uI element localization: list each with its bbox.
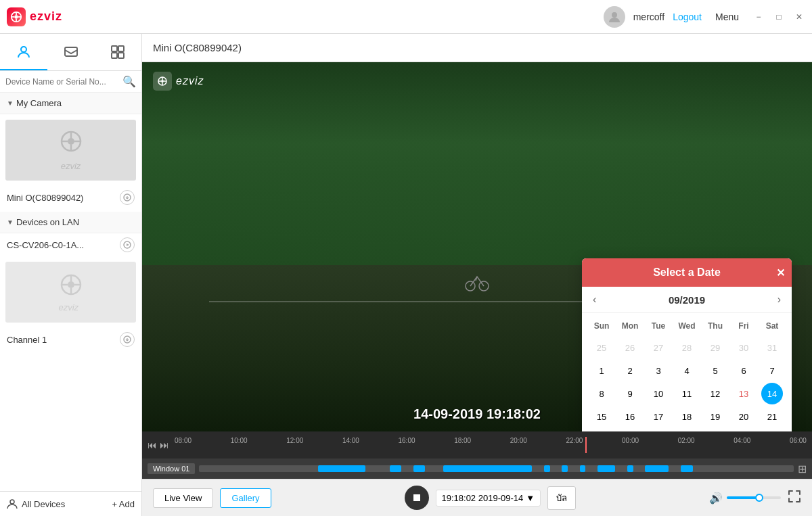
video-logo-text: ezviz — [176, 75, 204, 87]
svg-rect-10 — [118, 46, 124, 51]
svg-point-33 — [161, 80, 164, 83]
calendar-day[interactable]: 31 — [761, 337, 783, 358]
restore-button[interactable]: □ — [773, 11, 785, 23]
video-timestamp: 14-09-2019 19:18:02 — [413, 406, 541, 422]
calendar-day[interactable]: 5 — [704, 360, 726, 381]
calendar-day[interactable]: 26 — [619, 337, 641, 358]
tab-messages[interactable] — [47, 34, 95, 70]
channel-download-button[interactable] — [120, 332, 135, 347]
timeline-time-label: 08:00 — [175, 437, 191, 444]
calendar-day[interactable]: 11 — [676, 383, 698, 404]
calendar-day[interactable]: 30 — [733, 337, 754, 358]
calendar-close-button[interactable]: ✕ — [776, 266, 785, 279]
cs-device-item[interactable]: CS-CV206-C0-1A... — [0, 233, 141, 256]
window-label: Window 01 — [148, 463, 195, 474]
calendar-day[interactable]: 23 — [619, 429, 641, 431]
timeline-track[interactable] — [199, 465, 794, 472]
lan-camera-preview: ezviz — [5, 262, 136, 323]
tl-segment-10 — [645, 465, 669, 472]
device-name-label: Mini O(C80899042) — [7, 193, 116, 203]
calendar-weekday: Wed — [673, 319, 701, 333]
tl-segment-9 — [627, 465, 633, 472]
calendar-weekday: Thu — [701, 319, 729, 333]
calendar-day[interactable]: 4 — [676, 360, 698, 381]
calendar-day[interactable]: 26 — [704, 429, 726, 431]
calendar-prev-button[interactable]: ‹ — [593, 294, 596, 306]
calendar-day[interactable]: 28 — [676, 337, 698, 358]
calendar-day[interactable]: 14 — [761, 383, 783, 404]
gallery-button[interactable]: Gallery — [220, 488, 271, 508]
calendar-nav: ‹ 09/2019 › — [582, 287, 792, 313]
logout-button[interactable]: Logout — [673, 11, 702, 22]
calendar-day[interactable]: 9 — [619, 383, 641, 404]
all-devices-button[interactable]: All Devices — [7, 498, 106, 509]
calendar-day[interactable]: 20 — [733, 406, 754, 427]
calendar-day[interactable]: 3 — [648, 360, 669, 381]
svg-point-23 — [68, 281, 74, 288]
stop-button[interactable] — [405, 486, 429, 510]
calendar-weekdays: SunMonTueWedThuFriSat — [587, 319, 786, 333]
timeline-bar: ⏮ ⏭ 08:0010:0012:0014:0016:0018:0020:002… — [142, 431, 812, 459]
calendar-day[interactable]: 18 — [676, 406, 698, 427]
calendar-next-button[interactable]: › — [777, 294, 781, 306]
calendar-day[interactable]: 27 — [648, 337, 669, 358]
tl-rewind-icon[interactable]: ⏮ — [148, 440, 157, 450]
calendar-day[interactable]: 25 — [676, 429, 698, 431]
date-time-display[interactable]: 19:18:02 2019-09-14 ▼ — [436, 490, 541, 507]
tab-grid[interactable] — [94, 34, 141, 70]
calendar-header: Select a Date ✕ — [582, 258, 792, 287]
calendar-day[interactable]: 16 — [619, 406, 641, 427]
camera-logo-text: ezviz — [61, 161, 81, 171]
volume-slider[interactable] — [727, 496, 781, 499]
search-input[interactable] — [5, 77, 120, 87]
tab-devices[interactable] — [0, 34, 47, 70]
tl-segment-1 — [318, 465, 365, 472]
tl-segment-5 — [544, 465, 550, 472]
timeline-time-label: 16:00 — [399, 437, 415, 444]
timeline-time-label: 10:00 — [231, 437, 248, 444]
titlebar: ezviz mercoff Logout Menu − □ ✕ — [0, 0, 812, 34]
device-item-mini[interactable]: Mini O(C80899042) — [0, 186, 141, 209]
svg-point-14 — [68, 138, 74, 145]
timeline-scale[interactable]: 08:0010:0012:0014:0016:0018:0020:0022:00… — [175, 437, 807, 453]
timeline-indicator — [585, 437, 587, 453]
calendar-day[interactable]: 22 — [591, 429, 612, 431]
close-button[interactable]: ✕ — [793, 11, 805, 23]
tl-forward-icon[interactable]: ⏭ — [160, 440, 169, 450]
volume-icon[interactable]: 🔊 — [709, 492, 723, 505]
liveview-button[interactable]: Live View — [153, 488, 213, 508]
channel-item[interactable]: Channel 1 — [0, 328, 141, 351]
extra-button[interactable]: บัล — [547, 486, 576, 510]
calendar-day[interactable]: 6 — [733, 360, 754, 381]
video-header: Mini O(C80899042) — [142, 34, 812, 62]
device-download-button[interactable] — [120, 190, 135, 205]
fullscreen-button[interactable] — [788, 490, 801, 506]
calendar-day[interactable]: 13 — [733, 383, 754, 404]
add-button[interactable]: + Add — [112, 499, 135, 509]
calendar-day[interactable]: 2 — [619, 360, 641, 381]
calendar-day[interactable]: 24 — [648, 429, 669, 431]
grid-view-button[interactable]: ⊞ — [798, 463, 807, 475]
calendar-day[interactable]: 15 — [591, 406, 612, 427]
calendar-day[interactable]: 1 — [591, 360, 612, 381]
calendar-day[interactable]: 21 — [761, 406, 783, 427]
timeline-time-label: 14:00 — [342, 437, 359, 444]
search-icon[interactable]: 🔍 — [122, 75, 136, 88]
calendar-day[interactable]: 17 — [648, 406, 669, 427]
sidebar: 🔍 ▼ My Camera ezviz Mini O(C80899042) ▼ … — [0, 34, 142, 516]
calendar-day[interactable]: 12 — [704, 383, 726, 404]
calendar-day[interactable]: 7 — [761, 360, 783, 381]
calendar-day[interactable]: 8 — [591, 383, 612, 404]
window-bar: Window 01 ⊞ — [142, 459, 812, 479]
calendar-day[interactable]: 29 — [704, 337, 726, 358]
main-layout: 🔍 ▼ My Camera ezviz Mini O(C80899042) ▼ … — [0, 34, 812, 516]
calendar-day[interactable]: 28 — [761, 429, 783, 431]
menu-button[interactable]: Menu — [710, 9, 744, 25]
tl-segment-8 — [597, 465, 615, 472]
minimize-button[interactable]: − — [752, 11, 765, 23]
calendar-day[interactable]: 10 — [648, 383, 669, 404]
calendar-day[interactable]: 19 — [704, 406, 726, 427]
calendar-day[interactable]: 27 — [733, 429, 754, 431]
cs-device-play-button[interactable] — [120, 237, 135, 252]
calendar-day[interactable]: 25 — [591, 337, 612, 358]
